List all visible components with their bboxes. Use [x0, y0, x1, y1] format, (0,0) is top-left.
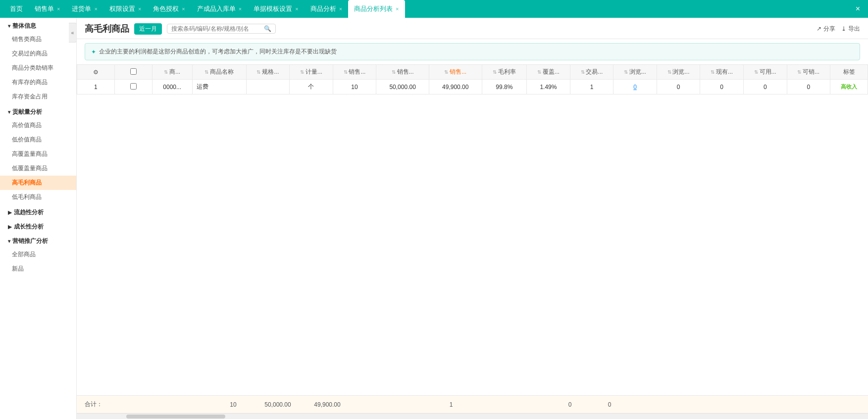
chevron-down-icon: ▾ [8, 23, 10, 29]
sidebar-item-high-margin[interactable]: 高毛利商品 [0, 176, 76, 190]
cell-current-stock: 0 [700, 80, 744, 94]
sidebar-group-marketing[interactable]: ▾ 营销推广分析 [0, 233, 76, 247]
nav-finished-goods[interactable]: 产成品入库单 × [191, 0, 248, 18]
nav-product-analysis[interactable]: 商品分析 × [305, 0, 348, 18]
nav-template-settings[interactable]: 单据模板设置 × [248, 0, 304, 18]
cell-code: 0000... [152, 80, 192, 94]
close-icon[interactable]: × [239, 6, 242, 12]
nav-purchase[interactable]: 进货单 × [66, 0, 103, 18]
close-all-button[interactable]: × [852, 4, 864, 13]
col-unit[interactable]: 计量... [290, 65, 333, 80]
sidebar-group-contribution[interactable]: ▾ 贡献量分析 [0, 104, 76, 118]
cell-tag: 高收入 [830, 80, 868, 94]
col-browse1[interactable]: 浏览... [613, 65, 657, 80]
cell-name: 运费 [192, 80, 246, 94]
footer-current-stock: 0 [550, 401, 590, 408]
col-sellable[interactable]: 可销... [787, 65, 830, 80]
cell-coverage: 1.49% [527, 80, 570, 94]
col-gross-margin[interactable]: 毛利率 [482, 65, 527, 80]
sidebar-item-high-value[interactable]: 高价值商品 [0, 118, 76, 133]
export-icon: ⤓ [841, 25, 846, 32]
table-row: 1 0000... 运费 个 10 50,000.00 49,900.00 99… [77, 80, 868, 94]
col-available-stock[interactable]: 可用... [743, 65, 787, 80]
close-icon[interactable]: × [396, 6, 399, 12]
cell-index: 1 [77, 80, 115, 94]
cell-gross-margin: 99.8% [482, 80, 527, 94]
search-icon[interactable]: 🔍 [264, 25, 271, 32]
col-spec[interactable]: 规格... [246, 65, 290, 80]
col-coverage[interactable]: 覆盖... [527, 65, 570, 80]
cell-browse1[interactable]: 0 [613, 80, 657, 94]
row-checkbox[interactable] [130, 83, 137, 90]
sidebar-item-category-rate[interactable]: 商品分类助销率 [0, 61, 76, 75]
nav-roles[interactable]: 角色授权 × [147, 0, 191, 18]
page-title: 高毛利商品 [85, 23, 129, 35]
sidebar-collapse-button[interactable]: « [69, 23, 77, 43]
select-all-checkbox[interactable] [130, 68, 137, 75]
chevron-right-icon: ▶ [8, 224, 12, 230]
close-icon[interactable]: × [57, 6, 60, 12]
sidebar-item-stock-capital[interactable]: 库存资金占用 [0, 90, 76, 104]
horizontal-scrollbar[interactable] [77, 413, 868, 419]
content-area: 高毛利商品 近一月 🔍 ↗ 分享 ⤓ 导出 ✦ 企业的主要的利润都是这部分商品创… [77, 18, 868, 419]
sidebar-item-low-coverage[interactable]: 低覆盖量商品 [0, 161, 76, 176]
table-header-row: ⚙ 商... 商品名称 规格... 计量... 销售... 销售... 销售..… [77, 65, 868, 80]
sidebar-group-overview[interactable]: ▾ 整体信息 [0, 18, 76, 32]
sidebar-item-new-goods[interactable]: 新品 [0, 262, 76, 276]
content-header: 高毛利商品 近一月 🔍 ↗ 分享 ⤓ 导出 [77, 18, 868, 39]
col-code[interactable]: 商... [152, 65, 192, 80]
sidebar-item-sales-goods[interactable]: 销售类商品 [0, 32, 76, 47]
share-icon: ↗ [817, 25, 821, 32]
close-icon[interactable]: × [182, 6, 185, 12]
nav-product-analysis-list[interactable]: 商品分析列表 × [348, 0, 405, 18]
cell-trade: 1 [570, 80, 613, 94]
sidebar-item-low-margin[interactable]: 低毛利商品 [0, 190, 76, 204]
col-sales-qty[interactable]: 销售... [333, 65, 376, 80]
sidebar-item-high-coverage[interactable]: 高覆盖量商品 [0, 147, 76, 161]
search-input[interactable] [171, 25, 264, 32]
sidebar-group-trend[interactable]: ▶ 流趋性分析 [0, 204, 76, 219]
col-tag: 标签 [830, 65, 868, 80]
cell-sales-profit: 49,900.00 [429, 80, 482, 94]
cell-browse2: 0 [657, 80, 700, 94]
sidebar-group-growth[interactable]: ▶ 成长性分析 [0, 219, 76, 233]
data-table: ⚙ 商... 商品名称 规格... 计量... 销售... 销售... 销售..… [77, 64, 868, 94]
footer-totals-bar: 合计： 10 50,000.00 49,900.00 1 0 0 [77, 395, 868, 413]
cell-sellable: 0 [787, 80, 830, 94]
footer-trade: 1 [431, 401, 471, 408]
sidebar-item-traded-goods[interactable]: 交易过的商品 [0, 47, 76, 61]
info-banner: ✦ 企业的主要的利润都是这部分商品创造的，可考虑加大推广，同时关注库存是不要出现… [85, 43, 860, 60]
close-icon[interactable]: × [94, 6, 97, 12]
export-button[interactable]: ⤓ 导出 [841, 25, 860, 33]
nav-home[interactable]: 首页 [4, 0, 29, 18]
col-settings[interactable]: ⚙ [77, 65, 115, 80]
cell-checkbox[interactable] [114, 80, 152, 94]
cell-sales-amount: 50,000.00 [376, 80, 429, 94]
table-container[interactable]: ⚙ 商... 商品名称 规格... 计量... 销售... 销售... 销售..… [77, 64, 868, 395]
nav-sales[interactable]: 销售单 × [29, 0, 66, 18]
col-trade[interactable]: 交易... [570, 65, 613, 80]
cell-sales-qty: 10 [333, 80, 376, 94]
close-icon[interactable]: × [138, 6, 141, 12]
share-button[interactable]: ↗ 分享 [817, 25, 835, 33]
footer-sales-amount: 50,000.00 [253, 401, 303, 408]
footer-available-stock: 0 [590, 401, 629, 408]
col-current-stock[interactable]: 现有... [700, 65, 744, 80]
top-navigation: 首页 销售单 × 进货单 × 权限设置 × 角色授权 × 产成品入库单 × 单据… [0, 0, 868, 18]
search-box: 🔍 [167, 24, 276, 34]
sidebar-item-all-goods[interactable]: 全部商品 [0, 247, 76, 262]
col-name[interactable]: 商品名称 [192, 65, 246, 80]
close-icon[interactable]: × [295, 6, 298, 12]
chevron-down-icon: ▾ [8, 238, 10, 244]
sidebar-item-low-value[interactable]: 低价值商品 [0, 133, 76, 147]
col-sales-amount[interactable]: 销售... [376, 65, 429, 80]
nav-permissions[interactable]: 权限设置 × [103, 0, 147, 18]
col-browse2[interactable]: 浏览... [657, 65, 700, 80]
scrollbar-thumb[interactable] [126, 415, 225, 419]
date-filter-button[interactable]: 近一月 [134, 23, 162, 35]
chevron-right-icon: ▶ [8, 210, 12, 215]
sidebar-item-stock-goods[interactable]: 有库存的商品 [0, 75, 76, 90]
close-icon[interactable]: × [339, 6, 342, 12]
col-checkbox[interactable] [114, 65, 152, 80]
col-sales-profit[interactable]: 销售... [429, 65, 482, 80]
